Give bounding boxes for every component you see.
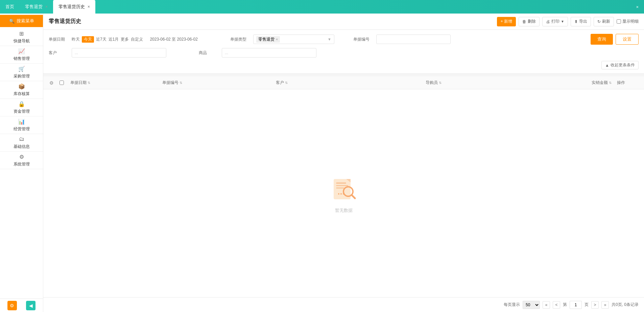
customer-sort-icon[interactable]: ⇅ (285, 81, 288, 85)
date-shortcut-custom[interactable]: 自定义 (131, 37, 143, 42)
svg-rect-3 (336, 187, 344, 188)
inventory-icon: 📦 (18, 83, 25, 90)
basic-info-icon: 🗂 (18, 136, 25, 142)
delete-button[interactable]: 🗑 🗑 删除 删除 (519, 17, 540, 26)
tab-retail-return-history[interactable]: 零售退货历史 × (53, 0, 95, 14)
th-guide[interactable]: 导购员 ⇅ (423, 80, 536, 86)
refresh-icon: ↻ (597, 19, 601, 24)
sidebar: 🔍 搜索菜单 ⊞ 快捷导航 📈 销售管理 🛒 采购管理 📦 库存核算 🔒 资金管… (0, 14, 43, 312)
th-num[interactable]: 单据编号 ⇅ (160, 80, 273, 86)
th-settings[interactable]: ⚙ (46, 79, 57, 87)
table-area: ⚙ 单据日期 ⇅ 单据编号 ⇅ 客户 ⇅ 导购员 (43, 76, 644, 297)
pagination: 每页显示 20 50 100 « < 第 页 > » 共0页, 0条记录 (43, 297, 644, 312)
finance-icon: 🔒 (18, 101, 25, 107)
customer-select[interactable]: ... (72, 48, 166, 58)
svg-point-8 (340, 193, 342, 195)
table-header: ⚙ 单据日期 ⇅ 单据编号 ⇅ 客户 ⇅ 导购员 (43, 76, 644, 89)
purchase-icon: 🛒 (18, 65, 25, 72)
svg-point-9 (343, 193, 344, 195)
empty-illustration (329, 173, 359, 203)
last-page-btn[interactable]: » (601, 301, 609, 309)
sidebar-item-operations[interactable]: 📊 经营管理 (0, 116, 43, 134)
collapse-filter-btn[interactable]: ▲ 收起更条条件 (601, 61, 639, 69)
svg-rect-1 (336, 182, 346, 184)
date-shortcut-1month[interactable]: 近1月 (109, 37, 119, 42)
sales-icon: 📈 (18, 48, 25, 54)
topbar-close-btn[interactable]: × (636, 4, 644, 9)
tab-retail-return-close[interactable]: × (45, 4, 48, 9)
th-date[interactable]: 单据日期 ⇅ (68, 80, 160, 86)
display-detail-checkbox[interactable] (617, 19, 621, 24)
page-size-label: 每页显示 (504, 302, 520, 308)
tab-home[interactable]: 首页 (0, 0, 20, 14)
sidebar-item-basic-info[interactable]: 🗂 基础信息 (0, 134, 43, 152)
filter-row-2: 客户 ... 商品 ... (49, 48, 639, 58)
sidebar-item-purchase-mgmt[interactable]: 🛒 采购管理 (0, 64, 43, 81)
empty-text: 暂无数据 (335, 207, 353, 214)
date-sort-icon[interactable]: ⇅ (88, 81, 90, 85)
svg-point-7 (338, 193, 339, 195)
page-label: 第 (563, 302, 567, 308)
quick-nav-icon: ⊞ (18, 30, 25, 37)
sidebar-item-system-mgmt[interactable]: ⚙ 系统管理 (0, 152, 43, 169)
page-size-select[interactable]: 20 50 100 (523, 301, 540, 309)
voucher-num-label: 单据编号 (353, 37, 371, 42)
voucher-type-select[interactable]: 零售退货 × ▼ (253, 35, 334, 44)
sidebar-item-quick-nav[interactable]: ⊞ 快捷导航 (0, 28, 43, 46)
th-checkbox[interactable] (57, 81, 68, 85)
action-btns: 查询 设置 (591, 34, 639, 45)
guide-sort-icon[interactable]: ⇅ (439, 81, 442, 85)
display-detail-label: 显示明细 (622, 19, 639, 24)
select-all-checkbox[interactable] (59, 81, 64, 85)
print-icon: 🖨 (546, 19, 550, 24)
goods-select[interactable]: ... (222, 48, 316, 58)
filter-row-1: 单据日期 昨天 今天 近7天 近1月 更多 自定义 2023-06-02 至 2… (49, 34, 639, 45)
prev-page-btn[interactable]: < (553, 301, 560, 309)
filter-area: 单据日期 昨天 今天 近7天 近1月 更多 自定义 2023-06-02 至 2… (43, 30, 644, 74)
sidebar-item-finance[interactable]: 🔒 资金管理 (0, 99, 43, 116)
total-info: 共0页, 0条记录 (612, 302, 639, 308)
export-button[interactable]: ⬆ 导出 (571, 17, 591, 26)
refresh-button[interactable]: ↻ 刷新 (594, 17, 614, 26)
th-amount[interactable]: 实销金额 ⇅ (537, 80, 614, 86)
setting-button[interactable]: 设置 (616, 34, 639, 45)
table-settings-icon[interactable]: ⚙ (49, 79, 54, 87)
voucher-num-input[interactable] (376, 35, 451, 44)
current-page-input[interactable] (570, 301, 582, 309)
query-button[interactable]: 查询 (591, 34, 613, 45)
delete-icon: 🗑 (522, 19, 526, 24)
sidebar-search[interactable]: 🔍 搜索菜单 (0, 15, 43, 27)
th-customer[interactable]: 客户 ⇅ (273, 80, 423, 86)
tab-retail-return-history-close[interactable]: × (88, 4, 90, 9)
date-shortcut-more[interactable]: 更多 (121, 37, 129, 42)
collapse-sidebar-btn[interactable]: ◀ (26, 301, 35, 310)
goods-placeholder: ... (225, 50, 228, 55)
top-bar: 首页 零售退货 × 零售退货历史 × × (0, 0, 644, 14)
operations-icon: 📊 (18, 118, 25, 125)
date-shortcut-today[interactable]: 今天 (82, 36, 94, 43)
new-button[interactable]: + 新增 (497, 17, 516, 26)
print-dropdown-icon: ▼ (561, 20, 564, 23)
search-icon: 🔍 (9, 19, 15, 24)
print-button[interactable]: 🖨 打印 ▼ (542, 17, 568, 26)
amount-sort-icon[interactable]: ⇅ (609, 81, 612, 85)
empty-state: 暂无数据 (43, 89, 644, 297)
tab-retail-return[interactable]: 零售退货 × (20, 0, 53, 14)
sidebar-item-sales-mgmt[interactable]: 📈 销售管理 (0, 46, 43, 64)
svg-rect-2 (336, 185, 348, 186)
page-unit: 页 (585, 302, 589, 308)
sidebar-item-inventory[interactable]: 📦 库存核算 (0, 81, 43, 99)
display-detail-checkbox-container[interactable]: 显示明细 (617, 19, 639, 24)
goods-label: 商品 (199, 50, 216, 56)
voucher-type-dropdown-icon: ▼ (328, 37, 331, 41)
date-shortcut-7days[interactable]: 近7天 (96, 37, 106, 42)
first-page-btn[interactable]: « (543, 301, 550, 309)
date-shortcut-yesterday[interactable]: 昨天 (72, 37, 80, 42)
customer-label: 客户 (49, 50, 66, 56)
num-sort-icon[interactable]: ⇅ (180, 81, 182, 85)
svg-line-5 (352, 195, 355, 198)
next-page-btn[interactable]: > (591, 301, 599, 309)
th-action: 操作 (614, 80, 641, 86)
settings-bottom-icon[interactable]: ⚙ (7, 301, 17, 310)
voucher-type-remove[interactable]: × (276, 37, 278, 41)
